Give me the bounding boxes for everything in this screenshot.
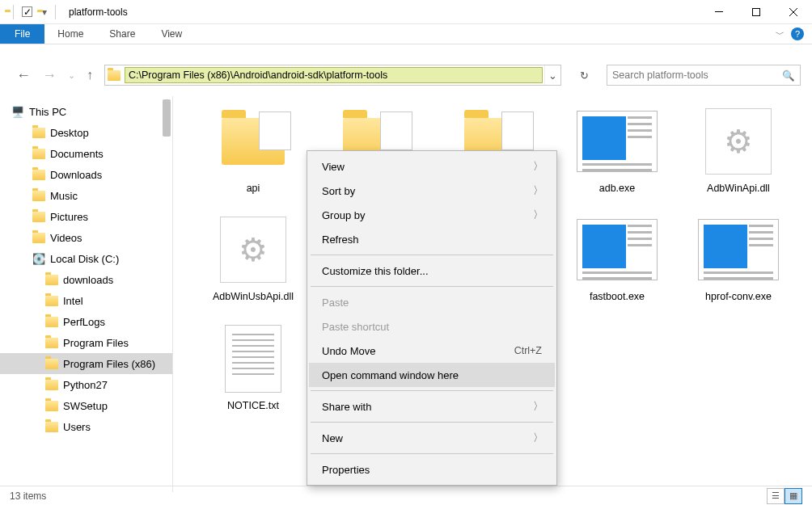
ribbon-collapse-icon[interactable]: ﹀	[776, 28, 785, 40]
menu-item-view[interactable]: View〉	[309, 154, 555, 179]
search-input[interactable]: Search platform-tools 🔍	[607, 65, 801, 86]
file-label: adb.exe	[599, 182, 635, 195]
folder-icon	[45, 338, 58, 348]
menu-item-label: Undo Move	[322, 345, 375, 357]
menu-item-label: Open command window here	[322, 369, 459, 381]
back-button[interactable]: ←	[16, 67, 31, 84]
tree-item-documents[interactable]: Documents	[0, 143, 172, 164]
recent-locations-button[interactable]: ⌄	[68, 70, 75, 81]
file-tab[interactable]: File	[0, 24, 44, 44]
folder-icon	[32, 212, 45, 222]
file-item[interactable]: ⚙AdbWinApi.dll	[678, 107, 799, 195]
menu-item-properties[interactable]: Properties	[309, 457, 555, 482]
tree-item-intel[interactable]: Intel	[0, 290, 172, 311]
file-item[interactable]: adb.exe	[556, 107, 678, 195]
menu-item-refresh[interactable]: Refresh	[309, 227, 555, 251]
tree-item-label: Users	[63, 421, 91, 433]
file-item[interactable]: fastboot.exe	[556, 216, 678, 303]
tab-view[interactable]: View	[148, 24, 195, 44]
file-item[interactable]: api	[192, 107, 314, 195]
refresh-button[interactable]: ↻	[573, 69, 595, 82]
menu-item-undo-move[interactable]: Undo MoveCtrl+Z	[309, 339, 555, 363]
folder-icon	[45, 401, 58, 411]
tree-item-label: Program Files (x86)	[63, 358, 155, 370]
folder-icon	[45, 380, 58, 390]
close-button[interactable]	[775, 0, 812, 24]
address-dropdown-icon[interactable]: ⌄	[544, 65, 560, 85]
navbar: ← → ⌄ ↑ C:\Program Files (x86)\Android\a…	[0, 61, 812, 90]
menu-separator	[311, 453, 553, 454]
context-menu: View〉Sort by〉Group by〉RefreshCustomize t…	[307, 150, 557, 486]
tab-share[interactable]: Share	[96, 24, 148, 44]
tree-item-downloads[interactable]: Downloads	[0, 164, 172, 185]
tree-item-perflogs[interactable]: PerfLogs	[0, 311, 172, 332]
folder-icon	[45, 359, 58, 369]
menu-item-sort-by[interactable]: Sort by〉	[309, 179, 555, 203]
tree-item-label: Python27	[63, 379, 108, 391]
minimize-button[interactable]	[700, 0, 738, 24]
menu-item-customize-this-folder-[interactable]: Customize this folder...	[309, 259, 555, 283]
tree-item-label: Pictures	[50, 211, 88, 223]
submenu-arrow-icon: 〉	[533, 183, 543, 198]
exe-icon	[698, 219, 779, 280]
tree-item-program-files-x86-[interactable]: Program Files (x86)	[0, 353, 172, 374]
icons-view-button[interactable]: ▦	[785, 488, 802, 504]
tree-item-label: Local Disk (C:)	[50, 253, 119, 265]
tree-item-label: Program Files	[63, 337, 129, 349]
tree-item-swsetup[interactable]: SWSetup	[0, 395, 172, 416]
tree-item-desktop[interactable]: Desktop	[0, 122, 172, 143]
tree-item-pictures[interactable]: Pictures	[0, 206, 172, 227]
tree-item-music[interactable]: Music	[0, 185, 172, 206]
file-label: hprof-conv.exe	[705, 290, 772, 303]
folder-icon	[32, 191, 45, 201]
text-file-icon	[225, 325, 281, 393]
file-item[interactable]: NOTICE.txt	[192, 325, 314, 412]
file-item[interactable]: ⚙AdbWinUsbApi.dll	[192, 216, 314, 303]
tree-item-python27[interactable]: Python27	[0, 374, 172, 395]
tree-item-label: Videos	[50, 232, 82, 244]
menu-shortcut: Ctrl+Z	[514, 345, 542, 356]
menu-separator	[311, 422, 553, 423]
tree-item-users[interactable]: Users	[0, 416, 172, 437]
menu-item-new[interactable]: New〉	[309, 426, 555, 450]
file-label: fastboot.exe	[590, 290, 645, 303]
menu-item-label: Paste	[322, 297, 349, 309]
tree-item-videos[interactable]: Videos	[0, 227, 172, 248]
file-item[interactable]: hprof-conv.exe	[678, 216, 799, 303]
file-label: AdbWinApi.dll	[707, 182, 770, 195]
tree-item-this-pc[interactable]: 🖥️This PC	[0, 101, 172, 122]
forward-button[interactable]: →	[42, 67, 57, 84]
tree-item-label: Music	[50, 190, 78, 202]
menu-item-label: Customize this folder...	[322, 265, 429, 277]
details-view-button[interactable]: ☰	[767, 488, 785, 504]
menu-item-group-by[interactable]: Group by〉	[309, 203, 555, 227]
folder-icon	[45, 317, 58, 327]
tree-item-downloads[interactable]: downloads	[0, 269, 172, 290]
qat-checkbox-icon[interactable]: ✓	[22, 6, 32, 17]
folder-icon	[45, 422, 58, 432]
tree-item-program-files[interactable]: Program Files	[0, 332, 172, 353]
menu-item-share-with[interactable]: Share with〉	[309, 394, 555, 419]
tree-item-label: Desktop	[50, 127, 89, 139]
tree-item-label: Downloads	[50, 169, 102, 181]
up-button[interactable]: ↑	[87, 68, 93, 82]
qat-dropdown-icon[interactable]: ▾	[42, 6, 47, 18]
menu-item-label: Share with	[322, 401, 371, 413]
svg-rect-0	[715, 11, 723, 12]
folder-icon	[32, 233, 45, 243]
menu-item-label: New	[322, 432, 343, 444]
file-label: api	[247, 182, 260, 195]
maximize-button[interactable]	[738, 0, 775, 24]
tree-item-label: This PC	[29, 106, 66, 118]
address-bar[interactable]: C:\Program Files (x86)\Android\android-s…	[104, 65, 561, 86]
help-icon[interactable]: ?	[791, 27, 804, 40]
scrollbar-thumb[interactable]	[163, 99, 171, 137]
address-path[interactable]: C:\Program Files (x86)\Android\android-s…	[125, 67, 543, 83]
folder-icon	[108, 70, 121, 81]
menu-item-open-command-window-here[interactable]: Open command window here	[309, 363, 555, 387]
search-placeholder: Search platform-tools	[612, 69, 708, 81]
menu-separator	[311, 390, 553, 391]
menu-item-label: Paste shortcut	[322, 321, 389, 333]
tab-home[interactable]: Home	[44, 24, 96, 44]
tree-item-local-disk-c-[interactable]: 💽Local Disk (C:)	[0, 248, 172, 269]
